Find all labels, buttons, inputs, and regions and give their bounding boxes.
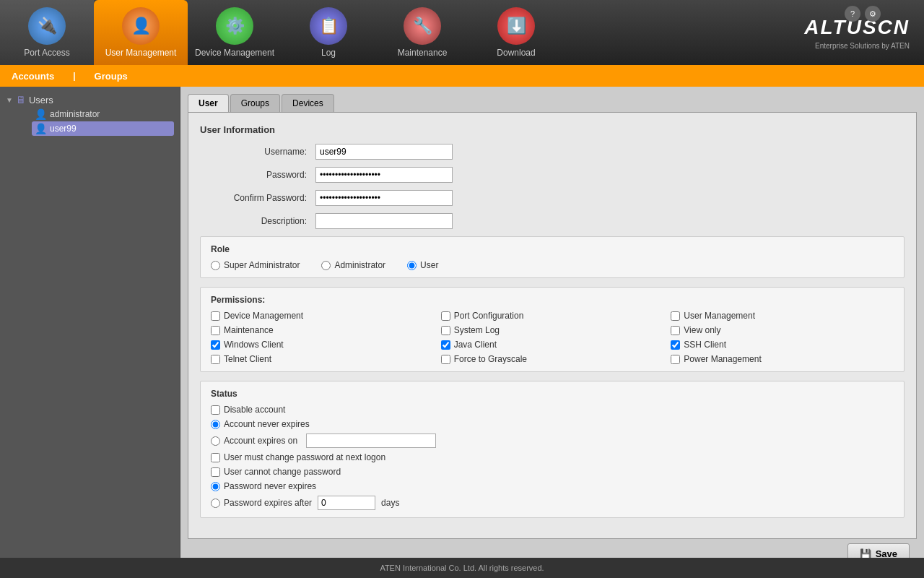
perm-device-mgmt-checkbox[interactable] <box>211 311 220 321</box>
role-super-admin-radio[interactable] <box>211 261 220 270</box>
tree-item-user99[interactable]: 👤 user99 <box>32 121 174 136</box>
tree-root-label: Users <box>29 95 53 105</box>
nav-device-management[interactable]: ⚙️ Device Management <box>188 0 282 65</box>
user-icon-administrator: 👤 <box>35 108 47 120</box>
perm-power-mgmt[interactable]: Power Management <box>671 354 894 364</box>
perm-port-config-checkbox[interactable] <box>441 311 450 321</box>
account-never-expires-radio[interactable] <box>211 420 220 429</box>
perm-java-client[interactable]: Java Client <box>441 340 664 350</box>
perm-force-grayscale[interactable]: Force to Grayscale <box>441 354 664 364</box>
password-never-expires-radio[interactable] <box>211 482 220 491</box>
nav-download[interactable]: ⬇️ Download <box>469 0 563 65</box>
password-expires-after-row: Password expires after days <box>211 496 894 510</box>
port-access-icon: 🔌 <box>28 7 66 45</box>
perm-port-config[interactable]: Port Configuration <box>441 311 664 321</box>
perm-telnet-client[interactable]: Telnet Client <box>211 354 434 364</box>
role-user[interactable]: User <box>407 260 438 270</box>
perm-ssh-client-checkbox[interactable] <box>671 340 680 350</box>
role-administrator-label: Administrator <box>334 260 385 270</box>
tree-item-label-administrator: administrator <box>50 109 100 119</box>
perm-ssh-client[interactable]: SSH Client <box>671 340 894 350</box>
perm-force-grayscale-checkbox[interactable] <box>441 355 450 364</box>
perm-telnet-client-checkbox[interactable] <box>211 355 220 364</box>
tab-bar: User Groups Devices <box>188 94 917 112</box>
confirm-password-label: Confirm Password: <box>200 193 315 203</box>
account-never-expires-label[interactable]: Account never expires <box>211 419 310 429</box>
perm-windows-client-checkbox[interactable] <box>211 340 220 350</box>
perm-system-log-checkbox[interactable] <box>441 326 450 335</box>
account-never-expires-row: Account never expires <box>211 419 894 429</box>
perm-device-mgmt-label: Device Management <box>224 311 303 321</box>
password-expires-after-label[interactable]: Password expires after <box>211 498 312 508</box>
confirm-password-input[interactable] <box>315 190 453 206</box>
must-change-password-checkbox[interactable] <box>211 453 220 462</box>
form-panel: User Information Username: Password: Con… <box>188 112 917 539</box>
nav-user-management[interactable]: 👤 User Management <box>94 0 188 65</box>
perm-user-mgmt-checkbox[interactable] <box>671 311 680 321</box>
save-area: 💾 Save <box>188 539 917 558</box>
tab-groups[interactable]: Groups <box>230 94 280 112</box>
description-input[interactable] <box>315 213 453 229</box>
log-icon: 📋 <box>310 7 347 45</box>
tree-root-users[interactable]: ▼ 🖥 Users <box>6 92 174 107</box>
perm-device-mgmt[interactable]: Device Management <box>211 311 434 321</box>
account-expires-on-label[interactable]: Account expires on <box>211 436 297 446</box>
cannot-change-password-label[interactable]: User cannot change password <box>211 467 341 477</box>
perm-maintenance[interactable]: Maintenance <box>211 325 434 335</box>
password-input[interactable] <box>315 167 453 183</box>
subnav-groups[interactable]: Groups <box>90 71 132 82</box>
disable-account-checkbox[interactable] <box>211 405 220 415</box>
password-never-expires-label[interactable]: Password never expires <box>211 481 316 491</box>
password-expires-after-radio[interactable] <box>211 499 220 508</box>
role-administrator-radio[interactable] <box>321 261 331 270</box>
account-expires-on-radio[interactable] <box>211 436 220 446</box>
role-super-admin[interactable]: Super Administrator <box>211 260 300 270</box>
top-navigation: ? ⚙ 🔌 Port Access 👤 User Management ⚙️ D… <box>0 0 924 65</box>
subnav-accounts[interactable]: Accounts <box>7 71 58 82</box>
user-management-icon: 👤 <box>122 7 160 45</box>
disable-account-label[interactable]: Disable account <box>211 405 285 415</box>
status-section: Status Disable account Account never exp… <box>200 381 905 518</box>
tree-item-administrator[interactable]: 👤 administrator <box>32 107 174 121</box>
perm-system-log[interactable]: System Log <box>441 325 664 335</box>
main-area: ▼ 🖥 Users 👤 administrator 👤 user99 User … <box>0 87 924 558</box>
cannot-change-password-text: User cannot change password <box>224 467 341 477</box>
perm-user-mgmt[interactable]: User Management <box>671 311 894 321</box>
perm-maintenance-checkbox[interactable] <box>211 326 220 335</box>
download-icon: ⬇️ <box>497 7 535 45</box>
tab-devices[interactable]: Devices <box>282 94 334 112</box>
must-change-password-label[interactable]: User must change password at next logon <box>211 452 385 462</box>
role-title: Role <box>211 244 894 254</box>
must-change-password-text: User must change password at next logon <box>224 452 385 462</box>
password-row: Password: <box>200 167 905 183</box>
cannot-change-password-checkbox[interactable] <box>211 467 220 477</box>
username-row: Username: <box>200 144 905 160</box>
nav-port-access[interactable]: 🔌 Port Access <box>0 0 94 65</box>
perm-power-mgmt-checkbox[interactable] <box>671 355 680 364</box>
tab-user[interactable]: User <box>188 94 229 112</box>
perm-view-only-checkbox[interactable] <box>671 326 680 335</box>
role-administrator[interactable]: Administrator <box>321 260 385 270</box>
password-expires-days-input[interactable] <box>318 496 375 510</box>
help-icon[interactable]: ? <box>845 6 860 22</box>
account-expires-date-input[interactable] <box>306 434 436 448</box>
role-user-radio[interactable] <box>407 261 417 270</box>
password-expires-after-text: Password expires after <box>224 498 312 508</box>
settings-icon[interactable]: ⚙ <box>865 6 881 22</box>
footer-text: ATEN International Co. Ltd. All rights r… <box>380 564 544 572</box>
nav-maintenance[interactable]: 🔧 Maintenance <box>375 0 469 65</box>
user-icon-user99: 👤 <box>35 123 47 134</box>
cannot-change-password-row: User cannot change password <box>211 467 894 477</box>
sub-navigation: Accounts | Groups <box>0 65 924 87</box>
device-management-icon: ⚙️ <box>216 7 253 45</box>
perm-view-only[interactable]: View only <box>671 325 894 335</box>
perm-windows-client[interactable]: Windows Client <box>211 340 434 350</box>
perm-java-client-checkbox[interactable] <box>441 340 450 350</box>
username-input[interactable] <box>315 144 453 160</box>
confirm-password-row: Confirm Password: <box>200 190 905 206</box>
tree-item-label-user99: user99 <box>50 124 77 134</box>
save-button[interactable]: 💾 Save <box>847 543 910 558</box>
perm-port-config-label: Port Configuration <box>454 311 524 321</box>
account-expires-on-text: Account expires on <box>224 436 297 446</box>
nav-log[interactable]: 📋 Log <box>282 0 375 65</box>
